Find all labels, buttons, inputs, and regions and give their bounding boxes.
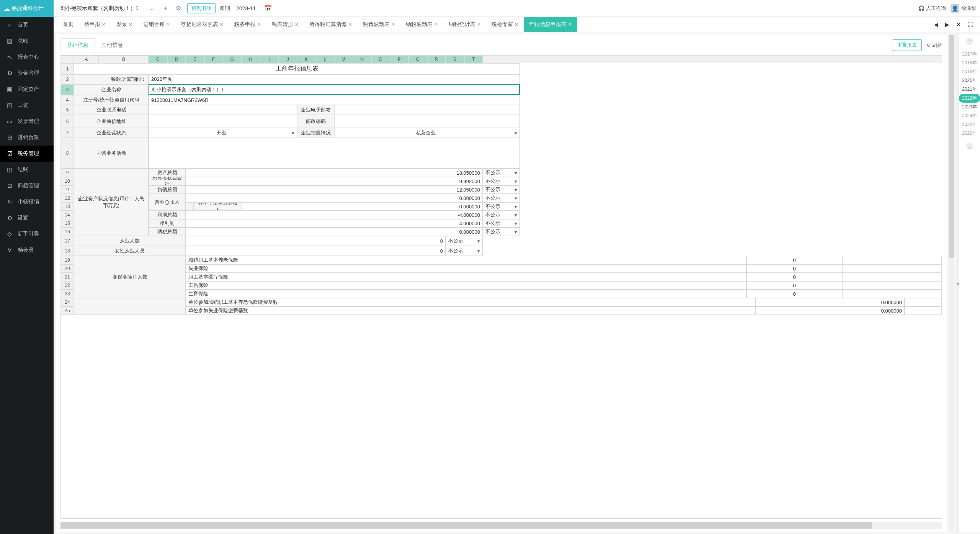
year-item[interactable]: 2021年 — [959, 85, 980, 94]
row-header[interactable]: 10 — [61, 177, 74, 185]
row-header[interactable]: 15 — [61, 219, 74, 228]
row-header[interactable]: 23 — [61, 290, 74, 298]
scrollbar-thumb[interactable] — [60, 522, 872, 529]
row-header[interactable]: 6 — [61, 115, 74, 128]
close-icon[interactable]: ✕ — [166, 22, 170, 27]
year-down-button[interactable]: ⌄ — [966, 143, 973, 150]
reset-report-button[interactable]: 重置报表 — [892, 39, 922, 51]
value-cell[interactable] — [842, 290, 942, 298]
value-cell[interactable]: 0.000000 — [755, 306, 905, 315]
account-selector[interactable]: 刘小艳演示账套（勿删勿动！）1 ⌄ — [57, 3, 158, 13]
value-cell[interactable]: 91320811MA7NGR2W6R — [149, 95, 520, 105]
value-cell[interactable]: 12.050000 — [186, 185, 483, 194]
nav-item[interactable]: ◇新手引导 — [0, 226, 54, 242]
sub-tab[interactable]: 基础信息 — [60, 38, 95, 52]
column-header[interactable]: D — [167, 56, 186, 63]
nav-item[interactable]: ⊡归档管理 — [0, 178, 54, 194]
row-header[interactable]: 21 — [61, 273, 74, 281]
column-header[interactable]: F — [204, 56, 223, 63]
dropdown-cell[interactable]: 不公示▾ — [483, 211, 520, 219]
value-cell[interactable] — [149, 105, 297, 115]
dropdown-cell[interactable]: 开业▾ — [149, 128, 297, 138]
value-cell[interactable] — [842, 273, 942, 281]
column-header[interactable]: T — [464, 56, 483, 63]
close-icon[interactable]: ✕ — [295, 22, 299, 27]
refresh-button[interactable]: ↻ 刷新 — [926, 42, 942, 49]
tab[interactable]: 税务申报✕ — [229, 17, 266, 32]
close-icon[interactable]: ✕ — [568, 22, 572, 27]
nav-item[interactable]: ⇱报表中心 — [0, 49, 54, 65]
column-header[interactable]: A — [74, 56, 99, 63]
dropdown-cell[interactable]: 不公示▾ — [483, 177, 520, 185]
value-cell[interactable]: 9.992000 — [186, 177, 483, 185]
value-cell[interactable]: -4.000000 — [186, 211, 483, 219]
row-header[interactable]: 3 — [61, 84, 74, 95]
dropdown-cell[interactable]: 不公示▾ — [446, 236, 483, 246]
year-up-button[interactable]: ⌃ — [966, 38, 973, 45]
tab[interactable]: 纳税波动表✕ — [400, 17, 443, 32]
column-header[interactable]: K — [297, 56, 316, 63]
tab[interactable]: 待申报✕ — [79, 17, 111, 32]
value-cell[interactable] — [334, 105, 520, 115]
column-header[interactable]: G — [223, 56, 242, 63]
close-icon[interactable]: ✕ — [220, 22, 224, 27]
row-header[interactable]: 9 — [61, 169, 74, 177]
row-header[interactable]: 18 — [61, 246, 74, 256]
value-cell[interactable]: 0.000000 — [186, 194, 483, 202]
row-header[interactable]: 1 — [61, 63, 74, 74]
row-header[interactable]: 13 — [61, 202, 74, 211]
row-header[interactable]: 17 — [61, 236, 74, 246]
value-cell[interactable] — [842, 256, 942, 264]
year-item[interactable]: 2023年 — [959, 103, 980, 111]
corner-cell[interactable] — [61, 56, 74, 63]
nav-item[interactable]: ↻小畅报销 — [0, 194, 54, 210]
vertical-scrollbar[interactable] — [949, 35, 954, 531]
tab[interactable]: 税检专家✕ — [486, 17, 524, 32]
row-header[interactable]: 24 — [61, 298, 74, 306]
nav-item[interactable]: ∀畅会员 — [0, 242, 54, 258]
value-cell[interactable] — [334, 115, 520, 128]
value-cell[interactable]: 0 — [746, 273, 842, 281]
tab[interactable]: 税负波动表✕ — [358, 17, 400, 32]
close-icon[interactable]: ✕ — [434, 22, 438, 27]
tabs-prev-button[interactable]: ◀ — [931, 20, 941, 29]
tab[interactable]: 发票✕ — [111, 17, 138, 32]
tabs-next-button[interactable]: ▶ — [942, 20, 952, 29]
horizontal-scrollbar[interactable] — [60, 522, 942, 529]
value-cell[interactable]: 0 — [746, 256, 842, 264]
column-header[interactable]: M — [334, 56, 353, 63]
year-panel-collapse[interactable]: ◂ — [956, 34, 959, 532]
column-header[interactable]: O — [371, 56, 390, 63]
value-cell[interactable]: 0.000000 — [186, 228, 483, 236]
tab[interactable]: 存货别名对照表✕ — [175, 17, 229, 32]
selected-cell[interactable]: 刘小艳演示账套（勿删勿动！）1 — [149, 84, 520, 95]
dropdown-cell[interactable]: 不公示▾ — [483, 194, 520, 202]
value-cell[interactable]: 0 — [746, 264, 842, 273]
fullscreen-icon[interactable]: ⛶ — [965, 20, 976, 29]
column-header[interactable]: L — [316, 56, 335, 63]
dropdown-cell[interactable]: 不公示▾ — [483, 228, 520, 236]
value-cell[interactable]: 0 — [186, 246, 446, 256]
nav-item[interactable]: ⊟进销台账 — [0, 129, 54, 146]
calendar-icon[interactable]: 📅 — [262, 3, 274, 13]
row-header[interactable]: 2 — [61, 74, 74, 84]
value-cell[interactable] — [905, 298, 942, 306]
value-cell[interactable]: 18.050000 — [186, 169, 483, 177]
column-header[interactable]: H — [242, 56, 260, 63]
nav-item[interactable]: ▭发票管理 — [0, 113, 54, 129]
close-icon[interactable]: ✕ — [257, 22, 261, 27]
row-header[interactable]: 12 — [61, 194, 74, 202]
column-header[interactable]: I — [260, 56, 279, 63]
row-header[interactable]: 22 — [61, 281, 74, 290]
dropdown-cell[interactable]: 不公示▾ — [483, 202, 520, 211]
close-icon[interactable]: ✕ — [102, 22, 106, 27]
tabs-close-all-button[interactable]: ✕ — [953, 20, 964, 29]
nav-item[interactable]: ☑税务管理 — [0, 146, 54, 162]
value-cell[interactable]: 2022年度 — [149, 74, 520, 84]
close-icon[interactable]: ✕ — [514, 22, 518, 27]
nav-item[interactable]: ▣固定资产 — [0, 81, 54, 97]
column-header[interactable]: S — [446, 56, 464, 63]
dropdown-cell[interactable]: 私营企业▾ — [334, 128, 520, 138]
value-cell[interactable] — [149, 115, 297, 128]
row-header[interactable]: 14 — [61, 211, 74, 219]
